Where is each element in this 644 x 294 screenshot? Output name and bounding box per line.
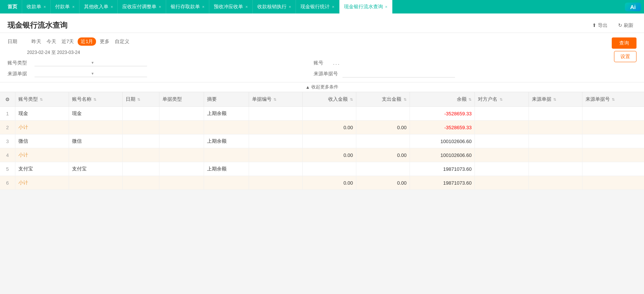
col-gear[interactable]: ⚙ xyxy=(0,92,15,107)
nav-prepaid-offset-close[interactable]: × xyxy=(245,4,248,9)
col-doc-type-label: 单据类型 xyxy=(162,96,182,102)
table-row[interactable]: 5 支付宝 支付宝 上期余额 19871073.60 xyxy=(0,162,644,176)
nav-other-income-close[interactable]: × xyxy=(111,4,113,9)
cell-date xyxy=(122,148,159,162)
table-row[interactable]: 2 小计 0.00 0.00 -3528659.33 xyxy=(0,121,644,134)
col-account-type[interactable]: 账号类型 ⇅ xyxy=(15,92,69,107)
refresh-button[interactable]: ↻ 刷新 xyxy=(615,21,636,30)
col-date[interactable]: 日期 ⇅ xyxy=(122,92,159,107)
table-container: ⚙ 账号类型 ⇅ 账号名称 ⇅ 日期 ⇅ 单据类型 摘要 xyxy=(0,92,644,190)
col-account-name[interactable]: 账号名称 ⇅ xyxy=(69,92,122,107)
nav-receipt-verify-label: 收款核销执行 xyxy=(257,3,287,10)
col-expense[interactable]: 支出金额 ⇅ xyxy=(356,92,410,107)
cell-num: 6 xyxy=(0,176,15,190)
cell-summary xyxy=(204,121,249,134)
nav-bank-deposit[interactable]: 银行存取款单 × xyxy=(166,0,209,13)
table-row[interactable]: 3 微信 微信 上期余额 100102606.60 xyxy=(0,134,644,148)
query-button[interactable]: 查询 xyxy=(612,37,636,49)
account-type-select[interactable]: ▾ xyxy=(35,60,147,66)
nav-cash-bank-flow-close[interactable]: × xyxy=(385,4,387,9)
cell-num: 5 xyxy=(0,162,15,176)
nav-ar-ap-adjust-label: 应收应付调整单 xyxy=(122,3,156,10)
cell-account-type: 小计 xyxy=(15,121,69,134)
collapse-bar[interactable]: ▲ 收起更多条件 xyxy=(0,82,644,92)
nav-ar-ap-adjust[interactable]: 应收应付调整单 × xyxy=(118,0,166,13)
cell-summary: 上期余额 xyxy=(204,107,249,121)
nav-receipt-verify[interactable]: 收款核销执行 × xyxy=(253,0,296,13)
nav-receipt[interactable]: 收款单 × xyxy=(22,0,51,13)
cell-counterparty xyxy=(475,148,528,162)
cell-summary xyxy=(204,176,249,190)
nav-cash-bank-flow[interactable]: 现金银行流水查询 × xyxy=(339,0,392,13)
nav-other-income[interactable]: 其他收入单 × xyxy=(80,0,118,13)
col-source-doc-num[interactable]: 来源单据号 ⇅ xyxy=(582,92,644,107)
header-actions: ⬆ 导出 ↻ 刷新 xyxy=(589,21,636,30)
nav-cash-bank-stat[interactable]: 现金银行统计 × xyxy=(296,0,339,13)
col-doc-num[interactable]: 单据编号 ⇅ xyxy=(249,92,302,107)
top-nav: 首页 收款单 × 付款单 × 其他收入单 × 应收应付调整单 × 银行存取款单 … xyxy=(0,0,644,13)
cell-doc-num xyxy=(249,162,302,176)
source-doc-select[interactable]: ▾ xyxy=(35,70,147,77)
settings-button[interactable]: 设置 xyxy=(614,51,636,62)
nav-bank-deposit-label: 银行存取款单 xyxy=(171,3,200,10)
date-option-1month[interactable]: 近1月 xyxy=(78,37,96,46)
cell-counterparty xyxy=(475,134,528,148)
date-option-today[interactable]: 今天 xyxy=(45,37,58,46)
cell-income xyxy=(302,107,356,121)
table-row[interactable]: 1 现金 现金 上期余额 -3528659.33 xyxy=(0,107,644,121)
cell-source-doc-num xyxy=(582,107,644,121)
cell-num: 2 xyxy=(0,121,15,134)
cell-account-name xyxy=(69,176,122,190)
col-date-label: 日期 xyxy=(126,96,135,102)
cell-account-name xyxy=(69,148,122,162)
nav-cash-bank-stat-close[interactable]: × xyxy=(332,4,334,9)
date-option-custom[interactable]: 自定义 xyxy=(113,37,131,46)
col-income[interactable]: 收入金额 ⇅ xyxy=(302,92,356,107)
cell-account-type: 支付宝 xyxy=(15,162,69,176)
date-option-7days[interactable]: 近7天 xyxy=(60,37,75,46)
date-option-more[interactable]: 更多 xyxy=(98,37,111,46)
cell-income xyxy=(302,134,356,148)
col-source-doc[interactable]: 来源单据 ⇅ xyxy=(528,92,582,107)
nav-other-income-label: 其他收入单 xyxy=(84,3,108,10)
cell-doc-type xyxy=(159,148,204,162)
col-doc-type[interactable]: 单据类型 xyxy=(159,92,204,107)
cell-source-doc-num xyxy=(582,121,644,134)
nav-ar-ap-adjust-close[interactable]: × xyxy=(159,4,161,9)
cell-source-doc-num xyxy=(582,134,644,148)
nav-bank-deposit-close[interactable]: × xyxy=(202,4,204,9)
nav-receipt-close[interactable]: × xyxy=(44,4,46,9)
col-source-doc-label: 来源单据 xyxy=(532,96,551,102)
col-counterparty[interactable]: 对方户名 ⇅ xyxy=(475,92,528,107)
cell-account-name: 现金 xyxy=(69,107,122,121)
cell-source-doc xyxy=(528,176,582,190)
nav-receipt-verify-close[interactable]: × xyxy=(289,4,291,9)
cell-source-doc xyxy=(528,134,582,148)
cell-summary: 上期余额 xyxy=(204,162,249,176)
account-dots[interactable]: ... xyxy=(333,60,340,66)
source-doc-num-input[interactable] xyxy=(342,70,455,78)
cell-account-name xyxy=(69,121,122,134)
cell-income: 0.00 xyxy=(302,176,356,190)
cell-balance: 19871073.60 xyxy=(410,176,475,190)
ai-badge[interactable]: Ai xyxy=(625,3,641,11)
nav-payment[interactable]: 付款单 × xyxy=(51,0,79,13)
col-balance[interactable]: 余额 ⇅ xyxy=(410,92,475,107)
nav-cash-bank-stat-label: 现金银行统计 xyxy=(300,3,330,10)
account-label: 账号 xyxy=(314,60,329,66)
cell-source-doc xyxy=(528,121,582,134)
cell-counterparty xyxy=(475,121,528,134)
cell-counterparty xyxy=(475,162,528,176)
date-option-yesterday[interactable]: 昨天 xyxy=(30,37,43,46)
cell-source-doc xyxy=(528,162,582,176)
cell-source-doc-num xyxy=(582,162,644,176)
nav-payment-close[interactable]: × xyxy=(72,4,74,9)
nav-home[interactable]: 首页 xyxy=(3,0,22,13)
source-doc-arrow-icon: ▾ xyxy=(92,71,146,76)
export-button[interactable]: ⬆ 导出 xyxy=(589,21,611,30)
cell-balance: 100102606.60 xyxy=(410,148,475,162)
nav-prepaid-offset[interactable]: 预收冲应收单 × xyxy=(209,0,252,13)
cell-num: 4 xyxy=(0,148,15,162)
table-row[interactable]: 4 小计 0.00 0.00 100102606.60 xyxy=(0,148,644,162)
table-row[interactable]: 6 小计 0.00 0.00 19871073.60 xyxy=(0,176,644,190)
